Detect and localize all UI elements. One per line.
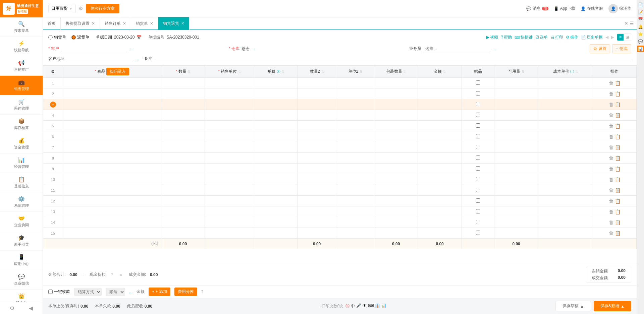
row-amount-15[interactable] xyxy=(418,228,462,239)
row-cost-6[interactable] xyxy=(538,131,593,142)
row-price-9[interactable] xyxy=(254,164,298,174)
address-input[interactable] xyxy=(66,56,133,61)
row-cost-4[interactable] xyxy=(538,110,593,121)
fee-split-btn[interactable]: 费用分摊 xyxy=(174,288,197,296)
price-sort-icon[interactable]: ⇅ xyxy=(281,70,284,73)
row-price-13[interactable] xyxy=(254,206,298,217)
sidebar-item-quick-nav[interactable]: ⚡ 快捷导航 xyxy=(0,37,43,56)
print-btn[interactable]: 🖨 打印 xyxy=(550,35,563,40)
row-unit-7[interactable] xyxy=(205,142,254,153)
row-product-10[interactable] xyxy=(63,174,161,185)
row-product-3[interactable] xyxy=(63,99,161,110)
row-qty-7[interactable] xyxy=(161,142,205,153)
row-unit-1[interactable] xyxy=(205,78,254,88)
row-product-2[interactable] xyxy=(63,88,161,99)
row-product-12[interactable] xyxy=(63,196,161,206)
row-product-5[interactable] xyxy=(63,121,161,131)
gift-checkbox-14[interactable] xyxy=(476,220,480,224)
tab-close-all-icon[interactable]: ✕ xyxy=(624,21,628,26)
row-qty2-10[interactable] xyxy=(298,174,336,185)
row-amount-8[interactable] xyxy=(418,153,462,164)
row-amount-10[interactable] xyxy=(418,174,462,185)
row-unit2-7[interactable] xyxy=(336,142,374,153)
delete-icon-7[interactable]: 🗑 xyxy=(609,145,613,150)
row-qty2-15[interactable] xyxy=(298,228,336,239)
row-product-9[interactable] xyxy=(63,164,161,174)
tab-sales-order-close[interactable]: ✕ xyxy=(123,21,126,26)
row-qty-5[interactable] xyxy=(161,121,205,131)
experience-btn[interactable]: 体验行业方案 xyxy=(86,4,119,13)
row-product-1[interactable] xyxy=(63,78,161,88)
online-service-btn[interactable]: 👤 在线客服 xyxy=(581,6,603,11)
video-btn[interactable]: ▶ 视频 xyxy=(486,35,498,40)
delete-icon-9[interactable]: 🗑 xyxy=(609,166,613,172)
delete-icon-3[interactable]: 🗑 xyxy=(609,102,613,107)
tab-price-settings-close[interactable]: ✕ xyxy=(92,21,95,26)
row-amount-5[interactable] xyxy=(418,121,462,131)
row-unit-9[interactable] xyxy=(205,164,254,174)
sidebar-item-purchase[interactable]: 🛒 采购管理 xyxy=(0,95,43,115)
row-pack-5[interactable] xyxy=(374,121,418,131)
row-price-4[interactable] xyxy=(254,110,298,121)
cost-sort-icon[interactable]: ⇅ xyxy=(575,70,578,73)
row-qty2-14[interactable] xyxy=(298,217,336,228)
radio-return-input[interactable] xyxy=(71,35,76,40)
sidebar-item-sales[interactable]: 💼 销售管理 xyxy=(0,76,43,95)
row-available-5[interactable] xyxy=(494,121,538,131)
row-unit2-14[interactable] xyxy=(336,217,374,228)
row-cost-8[interactable] xyxy=(538,153,593,164)
copy-icon-1[interactable]: 📋 xyxy=(615,80,621,86)
row-available-15[interactable] xyxy=(494,228,538,239)
row-product-4[interactable] xyxy=(63,110,161,121)
save-new-dropdown-icon[interactable]: ▲ xyxy=(621,304,625,309)
right-panel-icon-6[interactable]: 💬 xyxy=(638,38,643,45)
row-cost-13[interactable] xyxy=(538,206,593,217)
remark-input[interactable] xyxy=(154,56,631,61)
gift-checkbox-10[interactable] xyxy=(476,177,480,181)
row-price-2[interactable] xyxy=(254,88,298,99)
customer-input[interactable] xyxy=(61,45,128,52)
row-unit2-2[interactable] xyxy=(336,88,374,99)
row-price-10[interactable] xyxy=(254,174,298,185)
account-select[interactable]: 账号 xyxy=(106,288,125,296)
row-pack-12[interactable] xyxy=(374,196,418,206)
sidebar-item-search[interactable]: 🔍 搜索菜单 xyxy=(0,17,43,37)
row-qty-8[interactable] xyxy=(161,153,205,164)
sidebar-item-system[interactable]: ⚙️ 系统管理 xyxy=(0,192,43,212)
gift-checkbox-15[interactable] xyxy=(476,231,480,235)
row-cost-2[interactable] xyxy=(538,88,593,99)
payment-help-icon[interactable]: ? xyxy=(201,290,204,294)
row-unit-11[interactable] xyxy=(205,185,254,196)
row-amount-14[interactable] xyxy=(418,217,462,228)
one-key-payment-label[interactable]: 一键收款 xyxy=(48,289,70,295)
calendar-icon[interactable]: 📅 xyxy=(137,35,142,40)
row-available-8[interactable] xyxy=(494,153,538,164)
row-unit-8[interactable] xyxy=(205,153,254,164)
save-new-btn[interactable]: 保存&新增 ▲ xyxy=(594,301,631,311)
row-unit2-6[interactable] xyxy=(336,131,374,142)
radio-return[interactable]: 退货单 xyxy=(71,35,89,40)
row-amount-9[interactable] xyxy=(418,164,462,174)
copy-icon-4[interactable]: 📋 xyxy=(615,113,621,118)
tab-sales-delivery[interactable]: 销货单 ✕ xyxy=(131,17,158,30)
row-gift-10[interactable] xyxy=(462,174,494,185)
select-btn[interactable]: ☑ 选单 xyxy=(535,35,548,40)
copy-icon-10[interactable]: 📋 xyxy=(615,177,621,182)
row-unit2-4[interactable] xyxy=(336,110,374,121)
right-panel-icon-2[interactable]: 📝 xyxy=(638,9,643,15)
row-gift-8[interactable] xyxy=(462,153,494,164)
gift-checkbox-1[interactable] xyxy=(476,80,480,85)
row-amount-2[interactable] xyxy=(418,88,462,99)
staff-input[interactable] xyxy=(423,45,490,52)
operate-btn[interactable]: ⚙ 操作 xyxy=(566,35,578,40)
row-price-6[interactable] xyxy=(254,131,298,142)
row-amount-3[interactable] xyxy=(418,99,462,110)
row-gift-12[interactable] xyxy=(462,196,494,206)
right-panel-icon-5[interactable]: ⭐ xyxy=(638,31,643,38)
delete-icon-15[interactable]: 🗑 xyxy=(609,231,613,236)
warehouse-dots[interactable]: ... xyxy=(252,47,255,51)
row-unit-6[interactable] xyxy=(205,131,254,142)
gift-checkbox-4[interactable] xyxy=(476,113,480,117)
row-gift-14[interactable] xyxy=(462,217,494,228)
row-available-7[interactable] xyxy=(494,142,538,153)
